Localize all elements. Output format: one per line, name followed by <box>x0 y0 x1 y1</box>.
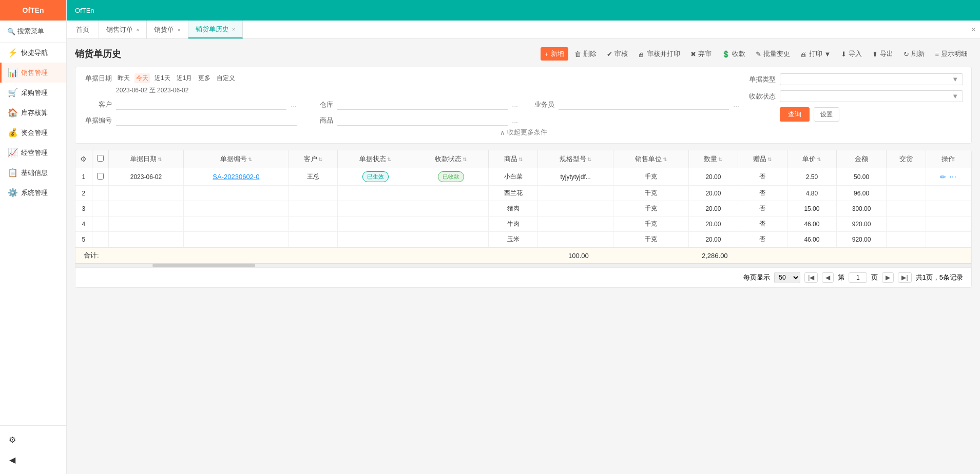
sidebar-item-inventory[interactable]: 🏠 库存核算 <box>0 103 66 123</box>
warehouse-dots-btn[interactable]: ... <box>512 101 518 109</box>
tab-sales-goods[interactable]: 销货单 × <box>147 21 188 38</box>
select-all-checkbox[interactable] <box>97 155 104 162</box>
show-detail-btn[interactable]: ≡ 显示明细 <box>931 47 972 61</box>
action-cell[interactable] <box>926 216 971 232</box>
sidebar-settings-btn[interactable]: ⚙ <box>0 430 66 450</box>
window-close-btn[interactable]: × <box>971 25 976 34</box>
per-page-select[interactable]: 50 20 100 <box>774 272 800 283</box>
checkbox-cell[interactable] <box>92 232 108 247</box>
col-doc-status[interactable]: 单据状态 ⇅ <box>338 150 413 168</box>
yesterday-btn[interactable]: 昨天 <box>116 73 131 83</box>
sidebar-search-area[interactable]: 🔍 搜索菜单 <box>0 21 66 43</box>
audit-btn[interactable]: ✔ 审核 <box>603 47 632 61</box>
col-spec-sort[interactable]: 规格型号 ⇅ <box>560 154 591 164</box>
page-number-input[interactable] <box>849 272 867 283</box>
col-unit[interactable]: 销售单位 ⇅ <box>613 150 689 168</box>
col-spec[interactable]: 规格型号 ⇅ <box>538 150 613 168</box>
sidebar-item-quick-nav[interactable]: ⚡ 快捷导航 <box>0 43 66 63</box>
col-qty-sort[interactable]: 数量 ⇅ <box>704 154 722 164</box>
doc-number-cell[interactable]: SA-20230602-0 <box>184 168 289 186</box>
new-btn[interactable]: + 新增 <box>541 47 568 61</box>
payment-status-select-btn[interactable]: ▼ <box>780 90 963 102</box>
col-pay-status[interactable]: 收款状态 ⇅ <box>413 150 489 168</box>
col-product-sort[interactable]: 商品 ⇅ <box>504 154 523 164</box>
col-qty[interactable]: 数量 ⇅ <box>688 150 738 168</box>
col-unit-price-sort[interactable]: 单价 ⇅ <box>802 154 821 164</box>
action-cell[interactable] <box>926 201 971 216</box>
checkbox-cell[interactable] <box>92 186 108 201</box>
sidebar-item-sales-mgmt[interactable]: 📊 销售管理 <box>0 63 66 83</box>
action-cell[interactable] <box>926 232 971 247</box>
doc-number-cell[interactable] <box>184 232 289 247</box>
last7-btn[interactable]: 近1天 <box>153 73 172 83</box>
collapse-btn[interactable]: ∧ 收起更多条件 <box>500 128 547 137</box>
sidebar-item-sys-admin[interactable]: ⚙️ 系统管理 <box>0 183 66 203</box>
sidebar-collapse-btn[interactable]: ◀ <box>0 450 66 470</box>
doc-number-cell[interactable] <box>184 216 289 232</box>
custom-btn[interactable]: 自定义 <box>215 73 237 83</box>
set-btn[interactable]: 设置 <box>814 107 839 122</box>
import-btn[interactable]: ⬇ 导入 <box>837 47 866 61</box>
more-action-icon[interactable]: ⋯ <box>949 173 956 181</box>
salesman-dots-btn[interactable]: ... <box>733 101 739 109</box>
col-date[interactable]: 单据日期 ⇅ <box>108 150 184 168</box>
action-cell[interactable] <box>926 186 971 201</box>
col-doc-number-sort[interactable]: 单据编号 ⇅ <box>220 154 252 164</box>
edit-action-icon[interactable]: ✏ <box>940 173 946 181</box>
last30-btn[interactable]: 近1月 <box>175 73 194 83</box>
tab-sales-history-close[interactable]: × <box>232 26 235 32</box>
doc-number-link[interactable]: SA-20230602-0 <box>213 173 259 181</box>
col-unit-sort[interactable]: 销售单位 ⇅ <box>635 154 667 164</box>
horizontal-scrollbar[interactable] <box>75 263 971 267</box>
checkbox-cell[interactable] <box>92 216 108 232</box>
first-page-btn[interactable]: |◀ <box>804 272 818 283</box>
sidebar-item-purchase-mgmt[interactable]: 🛒 采购管理 <box>0 83 66 103</box>
customer-filter-input[interactable] <box>116 99 286 110</box>
doc-number-cell[interactable] <box>184 201 289 216</box>
col-checkbox[interactable] <box>92 150 108 168</box>
action-cell[interactable]: ✏⋯ <box>926 168 971 186</box>
doc-type-select-btn[interactable]: ▼ <box>780 73 963 85</box>
col-doc-status-sort[interactable]: 单据状态 ⇅ <box>359 154 391 164</box>
checkbox-cell[interactable] <box>92 168 108 186</box>
col-customer-sort[interactable]: 客户 ⇅ <box>304 154 322 164</box>
col-gift[interactable]: 赠品 ⇅ <box>738 150 787 168</box>
col-customer[interactable]: 客户 ⇅ <box>289 150 338 168</box>
delete-btn[interactable]: 🗑 删除 <box>570 47 601 61</box>
abandon-btn[interactable]: ✖ 弃审 <box>686 47 716 61</box>
doc-number-cell[interactable] <box>184 186 289 201</box>
sidebar-item-operations[interactable]: 📈 经营管理 <box>0 143 66 163</box>
warehouse-filter-input[interactable] <box>337 99 508 110</box>
customer-dots-btn[interactable]: ... <box>291 101 297 109</box>
doc-number-filter-input[interactable] <box>116 115 297 126</box>
collect-btn[interactable]: 💲 收款 <box>718 47 750 61</box>
tab-sales-goods-close[interactable]: × <box>177 27 180 33</box>
today-btn[interactable]: 今天 <box>134 73 150 83</box>
col-doc-number[interactable]: 单据编号 ⇅ <box>184 150 289 168</box>
col-settings[interactable]: ⚙ <box>75 150 92 168</box>
tab-sales-order-close[interactable]: × <box>136 27 139 33</box>
col-gift-sort[interactable]: 赠品 ⇅ <box>753 154 772 164</box>
product-filter-input[interactable] <box>337 115 508 126</box>
product-dots-btn[interactable]: ... <box>512 116 518 125</box>
sidebar-item-finance[interactable]: 💰 资金管理 <box>0 123 66 143</box>
sidebar-item-base-info[interactable]: 📋 基础信息 <box>0 163 66 183</box>
scrollbar-thumb[interactable] <box>152 264 255 267</box>
next-page-btn[interactable]: ▶ <box>882 272 894 283</box>
batch-change-btn[interactable]: ✎ 批量变更 <box>752 47 794 61</box>
table-settings-icon[interactable]: ⚙ <box>80 155 87 163</box>
audit-print-btn[interactable]: 🖨 审核并打印 <box>634 47 684 61</box>
refresh-btn[interactable]: ↻ 刷新 <box>899 47 929 61</box>
row-checkbox[interactable] <box>97 173 104 180</box>
tab-sales-order[interactable]: 销售订单 × <box>99 21 147 38</box>
tab-sales-history[interactable]: 销货单历史 × <box>188 21 243 38</box>
col-product[interactable]: 商品 ⇅ <box>489 150 538 168</box>
checkbox-cell[interactable] <box>92 201 108 216</box>
tab-home[interactable]: 首页 <box>67 21 99 38</box>
print-btn[interactable]: 🖨 打印 ▼ <box>796 47 835 61</box>
export-btn[interactable]: ⬆ 导出 <box>868 47 897 61</box>
search-menu-btn[interactable]: 🔍 搜索菜单 <box>4 25 62 38</box>
salesman-filter-input[interactable] <box>559 99 729 110</box>
last-page-btn[interactable]: ▶| <box>898 272 911 283</box>
col-pay-status-sort[interactable]: 收款状态 ⇅ <box>435 154 467 164</box>
